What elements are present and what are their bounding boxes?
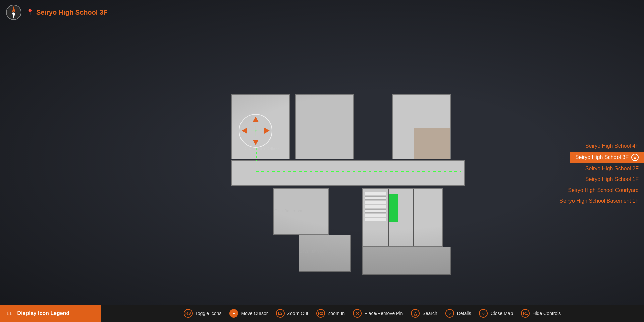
search-label: Search xyxy=(422,311,437,316)
compass-icon xyxy=(5,4,22,21)
toolbar-move-cursor: ● Move Cursor xyxy=(229,309,268,318)
room-right-top xyxy=(392,94,451,159)
room-bottom-right xyxy=(362,247,451,275)
floor-4f[interactable]: Seiryo High School 4F xyxy=(580,141,644,151)
bottom-toolbar: L1 Display Icon Legend R3 Toggle Icons ●… xyxy=(0,305,644,322)
floor-plan: Chairman's Office Girls' Bathroom Boys' … xyxy=(218,94,453,255)
header: 📍 Seiryo High School 3F xyxy=(0,0,113,25)
hide-controls-label: Hide Controls xyxy=(532,311,561,316)
zoom-out-label: Zoom Out xyxy=(287,311,308,316)
key-l1: L1 xyxy=(7,311,12,316)
active-floor-marker: ▲ xyxy=(631,154,639,161)
toolbar-place-pin: ✕ Place/Remove Pin xyxy=(353,309,403,318)
room-girls-bathroom xyxy=(273,188,329,235)
key-circle-close: ○ xyxy=(479,309,488,318)
floor-courtyard[interactable]: Seiryo High School Courtyard xyxy=(562,185,644,195)
floor-selector[interactable]: Seiryo High School 4F Seiryo High School… xyxy=(554,141,644,206)
pin-icon: 📍 xyxy=(26,9,34,16)
path-horizontal xyxy=(256,171,461,172)
place-remove-pin-label: Place/Remove Pin xyxy=(364,311,403,316)
key-l2: L2 xyxy=(276,309,285,318)
key-l-stick: ● xyxy=(229,309,238,318)
svg-point-4 xyxy=(13,12,14,13)
close-map-label: Close Map xyxy=(490,311,513,316)
corridor xyxy=(231,160,465,186)
room-right-complex xyxy=(362,188,443,247)
cursor-crosshair xyxy=(239,114,272,148)
display-icon-legend-label: Display Icon Legend xyxy=(17,310,70,316)
toolbar-zoom-in: R2 Zoom In xyxy=(316,309,345,318)
floor-2f[interactable]: Seiryo High School 2F xyxy=(580,164,644,174)
key-r1: R1 xyxy=(521,309,530,318)
toolbar-zoom-out: L2 Zoom Out xyxy=(276,309,308,318)
key-circle: ○ xyxy=(445,309,454,318)
location-title: 📍 Seiryo High School 3F xyxy=(26,9,107,16)
toolbar-search[interactable]: △ Search xyxy=(411,309,437,318)
zoom-in-label: Zoom In xyxy=(328,311,345,316)
toolbar-details: ○ Details xyxy=(445,309,471,318)
key-r3: R3 xyxy=(184,309,193,318)
toolbar-left-section[interactable]: L1 Display Icon Legend xyxy=(0,305,101,322)
toolbar-hide-controls: R1 Hide Controls xyxy=(521,309,561,318)
details-label: Details xyxy=(457,311,471,316)
floor-3f[interactable]: Seiryo High School 3F ▲ xyxy=(570,152,644,163)
floor-b1f[interactable]: Seiryo High School Basement 1F xyxy=(554,196,644,206)
key-x: ✕ xyxy=(353,309,362,318)
move-cursor-label: Move Cursor xyxy=(241,311,268,316)
path-vertical xyxy=(256,148,257,161)
toolbar-toggle-icons: R3 Toggle Icons xyxy=(184,309,222,318)
key-r2: R2 xyxy=(316,309,325,318)
room-boys-bathroom xyxy=(299,235,351,272)
key-triangle: △ xyxy=(411,309,420,318)
toolbar-center: R3 Toggle Icons ● Move Cursor L2 Zoom Ou… xyxy=(101,309,644,318)
floor-1f[interactable]: Seiryo High School 1F xyxy=(580,174,644,184)
map-container: Chairman's Office Girls' Bathroom Boys' … xyxy=(0,0,644,322)
toggle-icons-label: Toggle Icons xyxy=(195,311,222,316)
toolbar-close-map: ○ Close Map xyxy=(479,309,513,318)
room-middle-top xyxy=(295,94,354,159)
